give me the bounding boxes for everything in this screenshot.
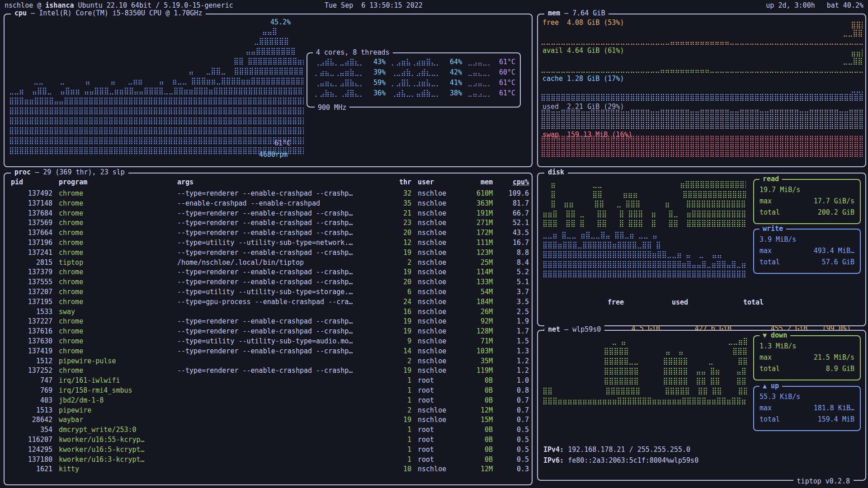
cell-mem: 12M <box>465 406 493 416</box>
proc-subtitle: – 29 (369 thr), 23 slp <box>35 168 125 176</box>
host-info: nschloe @ ishanca Ubuntu 22.10 64bit / 5… <box>5 1 233 9</box>
core-row-1: ⡀⣴⣦⣀⢀⣤⣶⣷⣀⡀39%⢀⣀⣴⣷⡀⣠⣾⣆⣀⡀42%⣀⣤⣄⣀⡀60°C <box>315 67 515 78</box>
mem-metric-value: 1.28 GiB (17%) <box>567 75 624 83</box>
cell-user: root <box>418 455 458 465</box>
cell-cpu: 0.5 <box>499 445 529 455</box>
cell-cpu: 52.1 <box>499 218 529 228</box>
table-row[interactable]: 137419chrome--type=renderer --enable-cra… <box>5 347 531 357</box>
column-header-total: total <box>731 297 807 307</box>
cell-program: irq/161-iwlwifi <box>59 376 171 386</box>
cell-pid: 137252 <box>11 366 52 376</box>
table-row[interactable]: 137616chrome--type=renderer --enable-cra… <box>5 327 531 337</box>
cell-user: nschloe <box>418 297 458 307</box>
cpu-panel-title: cpu – Intel(R) Core(TM) i5-8350U CPU @ 1… <box>11 9 206 17</box>
core-temperature: 61°C <box>498 57 515 67</box>
core-load-sparkline: ⢀⣠⣾⣧⡀⣀⣴⣿⣆⡀ <box>315 57 364 67</box>
cell-program: chrome <box>59 366 171 376</box>
table-row[interactable]: 1513pipewire2nschloe12M0.7 <box>5 406 531 416</box>
cell-cpu: 1.5 <box>499 337 529 347</box>
cell-args: /home/nschloe/.local/bin/tiptop <box>177 258 386 268</box>
net-up-total-label: total <box>760 414 780 425</box>
table-row[interactable]: 124295kworker/u16:5-kcrypt…1root0B0.5 <box>5 445 531 455</box>
table-row[interactable]: 137492chrome--type=renderer --enable-cra… <box>5 189 531 199</box>
cell-thr: 2 <box>392 406 411 416</box>
table-row[interactable]: 403jbd2/dm-1-81root0B0.7 <box>5 396 531 406</box>
table-row[interactable]: 137195chrome--type=gpu-process --enable-… <box>5 297 531 307</box>
net-down-rate: 1.3 MiB/s <box>760 341 854 352</box>
cell-thr: 19 <box>392 415 411 425</box>
table-row[interactable]: 1512pipewire-pulse2nschloe35M1.2 <box>5 357 531 366</box>
cell-thr: 19 <box>392 267 411 277</box>
table-row[interactable]: 1621kitty10nschloe12M0.3 <box>5 465 531 474</box>
table-row[interactable]: 137569chrome--type=renderer --enable-cra… <box>5 218 531 228</box>
cell-thr: 1 <box>392 455 411 465</box>
cell-args <box>177 357 386 366</box>
cell-pid: 1621 <box>11 465 52 474</box>
table-row[interactable]: 137684chrome--type=renderer --enable-cra… <box>5 209 531 219</box>
cell-args <box>177 435 386 445</box>
cell-program: chrome <box>59 267 171 277</box>
cell-cpu: 0.3 <box>499 465 529 474</box>
table-row[interactable]: 137196chrome--type=utility --utility-sub… <box>5 238 531 248</box>
cell-mem: 0B <box>465 425 493 435</box>
cell-pid: 137684 <box>11 209 52 219</box>
disk-read-box-title: read <box>760 175 782 183</box>
table-row[interactable]: 137148chrome--enable-crashpad --enable-c… <box>5 199 531 209</box>
cell-mem: 54M <box>465 287 493 297</box>
cell-user: root <box>418 396 458 406</box>
cell-pid: 137148 <box>11 199 52 209</box>
mem-label-swap: swap159.13 MiB (16%) <box>542 131 632 139</box>
table-row[interactable]: 28642waybar19nschloe15M0.7 <box>5 415 531 425</box>
net-down-max-label: max <box>760 352 772 363</box>
disk-panel: disk ⣶ ⣀⣀ ⣶⣿⣿⣿⣿⣿⣿⣿⣿⣿⣿⣿⣿⣿⣿⣿⣶ ⣿ ⣿⣿ ⣶⣶⣶ ⣿⣿⣿… <box>537 173 866 326</box>
cell-args: --type=renderer --enable-crashpad --cras… <box>177 209 386 219</box>
disk-read-max: 17.7 GiB/s <box>814 196 854 207</box>
table-row[interactable]: 137252chrome--type=renderer --enable-cra… <box>5 366 531 376</box>
table-row[interactable]: 2815tiptop/home/nschloe/.local/bin/tipto… <box>5 258 531 268</box>
core-load-sparkline: ⡀⣠⣿⣇⢀⣰⣶⣧⣀⡀ <box>391 78 441 88</box>
cell-pid: 137419 <box>11 347 52 357</box>
table-row[interactable]: 769irq/158-rmi4_smbus1root0B0.8 <box>5 386 531 396</box>
cell-cpu: 16.7 <box>499 238 529 248</box>
table-row[interactable]: 137379chrome--type=renderer --enable-cra… <box>5 267 531 277</box>
net-subtitle: – wlp59s0 <box>564 325 601 333</box>
net-down-total: 8.9 GiB <box>826 363 854 375</box>
disk-write-box: write 3.9 MiB/s max493.4 MiB… total57.6 … <box>753 229 861 274</box>
table-row[interactable]: 137227chrome--type=renderer --enable-cra… <box>5 317 531 327</box>
cell-cpu: 0.5 <box>499 435 529 445</box>
cell-cpu: 1.0 <box>499 376 529 386</box>
column-header-used: used <box>660 297 731 307</box>
cell-user: root <box>418 445 458 455</box>
table-row[interactable]: 747irq/161-iwlwifi1root0B1.0 <box>5 376 531 386</box>
cell-pid: 403 <box>11 396 52 406</box>
table-row[interactable]: 137241chrome--type=renderer --enable-cra… <box>5 248 531 258</box>
core-row-0: ⢀⣠⣾⣧⡀⣀⣴⣿⣆⡀43%⡀⣠⣶⣧⢀⣴⣶⣿⣄⡀64%⣀⣠⣤⣀⡀61°C <box>315 57 515 67</box>
cell-mem: 0B <box>465 435 493 445</box>
cell-cpu: 1.2 <box>499 357 529 366</box>
table-row[interactable]: 1533sway16nschloe26M2.5 <box>5 307 531 317</box>
cell-pid: 137207 <box>11 287 52 297</box>
disk-write-total-label: total <box>760 257 780 268</box>
proc-panel-title: proc – 29 (369 thr), 23 slp <box>11 168 128 176</box>
cell-mem: 128M <box>465 327 493 337</box>
cell-pid: 137492 <box>11 189 52 199</box>
cell-user: root <box>418 386 458 396</box>
cell-cpu: 3.5 <box>499 297 529 307</box>
table-row[interactable]: 137207chrome--type=utility --utility-sub… <box>5 287 531 297</box>
cell-cpu: 0.5 <box>499 425 529 435</box>
cell-pid: 747 <box>11 376 52 386</box>
disk-write-graph: ⣀⣀⣶ ⣿⣀⣀ ⣶⣿⣀⣀⣿⣤ ⣿⣿⣀⣶ ⣀⣀ ⣤ ⣿⣿⣿⣶⣿⣿⣿⣀⣿⣿⣿⣿⣿⣿⣶… <box>542 230 746 279</box>
table-row[interactable]: 137630chrome--type=utility --utility-sub… <box>5 337 531 347</box>
table-row[interactable]: 137664chrome--type=renderer --enable-cra… <box>5 228 531 238</box>
table-row[interactable]: 354dmcrypt_write/253:01root0B0.5 <box>5 425 531 435</box>
mem-metric-value: 159.13 MiB (16%) <box>567 131 632 139</box>
cell-user: nschloe <box>418 327 458 337</box>
table-row[interactable]: 137180kworker/u16:3-kcrypt…1root0B0.5 <box>5 455 531 465</box>
cell-user: nschloe <box>418 415 458 425</box>
table-row[interactable]: 137555chrome--type=renderer --enable-cra… <box>5 277 531 287</box>
core-load-percent: 43% <box>370 57 386 67</box>
cell-user: nschloe <box>418 287 458 297</box>
column-header-mem: mem <box>465 178 493 186</box>
table-row[interactable]: 116207kworker/u16:55-kcryp…1root0B0.5 <box>5 435 531 445</box>
net-up-box-title: ▲ up <box>760 382 782 390</box>
